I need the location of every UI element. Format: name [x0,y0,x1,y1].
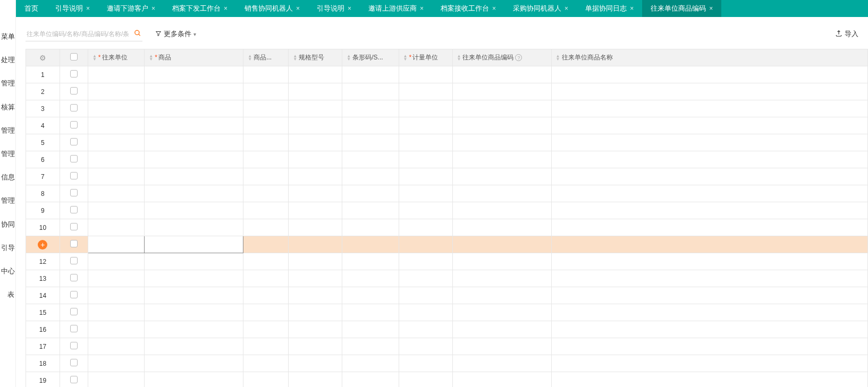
cell[interactable] [88,134,144,151]
cell[interactable] [452,151,551,168]
cell[interactable] [399,168,452,185]
more-filters-button[interactable]: 更多条件 ▾ [155,29,196,39]
cell[interactable] [88,202,144,219]
column-select-all[interactable] [60,49,88,66]
sidebar-item[interactable]: 引导 [0,238,15,258]
table-row[interactable]: 1 [26,66,868,83]
cell[interactable] [399,117,452,134]
column-partner-goods-code[interactable]: ▲▼往来单位商品编码? [452,49,551,66]
table-row[interactable]: 7 [26,168,868,185]
checkbox[interactable] [70,138,78,145]
table-row[interactable]: 18 [26,355,868,372]
sidebar-item[interactable]: 处理 [0,50,15,70]
cell[interactable] [289,83,342,100]
cell[interactable] [243,83,289,100]
cell[interactable] [88,287,144,304]
sidebar-item[interactable]: 菜单 [0,27,15,47]
cell[interactable] [452,372,551,388]
close-icon[interactable]: × [709,5,713,12]
cell[interactable] [452,83,551,100]
cell[interactable] [551,304,867,321]
cell[interactable] [342,151,399,168]
cell[interactable] [145,270,243,287]
cell[interactable] [289,168,342,185]
cell[interactable] [551,117,867,134]
cell[interactable] [289,338,342,355]
checkbox[interactable] [70,155,78,162]
table-row[interactable]: 9 [26,202,868,219]
cell[interactable] [452,321,551,338]
cell[interactable] [452,134,551,151]
add-row-button[interactable]: + [38,240,47,250]
cell[interactable] [452,117,551,134]
table-row[interactable]: 12 [26,253,868,270]
cell[interactable] [342,100,399,117]
cell[interactable] [551,253,867,270]
table-row[interactable]: 14 [26,287,868,304]
cell[interactable] [399,185,452,202]
cell[interactable] [399,270,452,287]
cell[interactable] [88,151,144,168]
cell[interactable] [551,355,867,372]
column-goods[interactable]: ▲▼*商品 [145,49,243,66]
close-icon[interactable]: × [224,5,227,12]
table-row[interactable]: 5 [26,134,868,151]
column-partner-goods-name[interactable]: ▲▼往来单位商品名称 [551,49,867,66]
cell[interactable] [243,236,289,253]
close-icon[interactable]: × [151,5,155,12]
cell[interactable] [243,202,289,219]
checkbox[interactable] [70,70,78,78]
checkbox[interactable] [70,376,78,383]
cell[interactable] [243,185,289,202]
checkbox[interactable] [70,291,78,298]
cell[interactable] [342,185,399,202]
checkbox[interactable] [70,257,78,264]
table-row[interactable]: 8 [26,185,868,202]
cell[interactable] [551,151,867,168]
sidebar-item[interactable]: 管理 [0,121,15,141]
cell[interactable] [452,185,551,202]
table-row[interactable]: + [26,236,868,253]
table-row[interactable]: 2 [26,83,868,100]
export-button[interactable]: 导入 [835,29,858,39]
cell[interactable] [289,372,342,388]
cell[interactable] [551,270,867,287]
cell[interactable] [145,236,243,253]
cell[interactable] [289,321,342,338]
checkbox[interactable] [70,189,78,196]
table-row[interactable]: 16 [26,321,868,338]
cell[interactable] [289,117,342,134]
close-icon[interactable]: × [492,5,496,12]
cell[interactable] [243,321,289,338]
cell[interactable] [452,100,551,117]
cell[interactable] [399,236,452,253]
table-row[interactable]: 13 [26,270,868,287]
search-icon[interactable] [134,30,141,39]
cell[interactable] [342,270,399,287]
cell[interactable] [88,168,144,185]
cell[interactable] [342,83,399,100]
cell[interactable] [88,355,144,372]
cell[interactable] [342,304,399,321]
checkbox[interactable] [70,274,78,281]
cell[interactable] [243,151,289,168]
column-partner-unit[interactable]: ▲▼*往来单位 [88,49,144,66]
cell[interactable] [145,66,243,83]
sidebar-item[interactable]: 管理 [0,144,15,164]
cell[interactable] [342,355,399,372]
cell[interactable] [399,134,452,151]
cell[interactable] [399,355,452,372]
cell[interactable] [452,338,551,355]
cell[interactable] [243,338,289,355]
checkbox[interactable] [70,206,78,213]
cell[interactable] [88,117,144,134]
checkbox[interactable] [70,104,78,111]
checkbox[interactable] [70,223,78,230]
cell[interactable] [289,66,342,83]
cell[interactable] [342,338,399,355]
tab-invite-upstream[interactable]: 邀请上游供应商× [360,0,432,17]
cell[interactable] [452,236,551,253]
checkbox[interactable] [70,87,78,94]
cell[interactable] [145,253,243,270]
tab-collab-log[interactable]: 单据协同日志× [577,0,642,17]
